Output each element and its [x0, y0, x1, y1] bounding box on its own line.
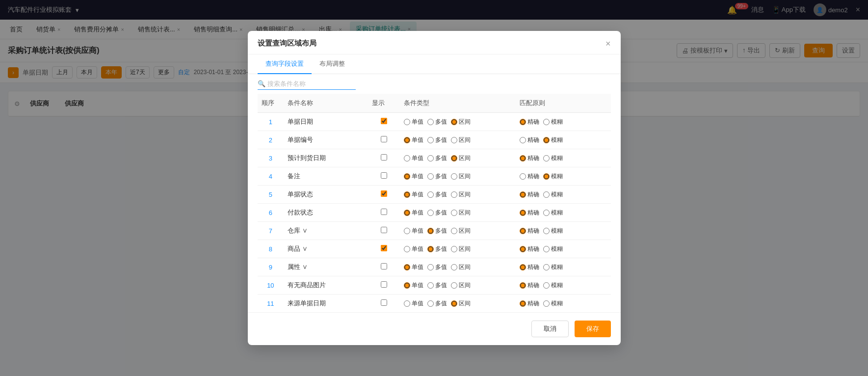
search-input[interactable] — [267, 80, 346, 87]
modal-backdrop: 设置查询区域布局 × 查询字段设置 布局调整 🔍 顺序 条件名称 显示 — [0, 0, 868, 125]
col-header-name: 条件名称 — [284, 94, 368, 113]
modal-tabs: 查询字段设置 布局调整 — [248, 54, 621, 74]
cell-display — [368, 113, 399, 125]
cell-type: 单值多值区间 — [400, 113, 516, 125]
type-radio-label-single[interactable]: 单值 — [404, 118, 423, 125]
conditions-table: 顺序 条件名称 显示 条件类型 匹配原则 1单据日期单值多值区间精确模糊2单据编… — [258, 94, 611, 125]
modal-search-area: 🔍 — [248, 74, 621, 94]
modal-close-button[interactable]: × — [605, 39, 611, 48]
modal-tab-layout[interactable]: 布局调整 — [312, 54, 353, 74]
search-box: 🔍 — [258, 80, 356, 90]
col-header-type: 条件类型 — [400, 94, 516, 113]
col-header-order: 顺序 — [258, 94, 284, 113]
type-radio-label-multi[interactable]: 多值 — [427, 118, 447, 125]
cell-match: 精确模糊 — [516, 113, 610, 125]
modal-title: 设置查询区域布局 — [258, 39, 316, 48]
settings-modal: 设置查询区域布局 × 查询字段设置 布局调整 🔍 顺序 条件名称 显示 — [248, 31, 621, 125]
type-radio-multi[interactable] — [427, 119, 434, 125]
match-radio-label-fuzzy[interactable]: 模糊 — [543, 118, 563, 125]
col-header-match: 匹配原则 — [516, 94, 610, 113]
modal-tab-query-fields[interactable]: 查询字段设置 — [258, 54, 312, 74]
modal-table-area: 顺序 条件名称 显示 条件类型 匹配原则 1单据日期单值多值区间精确模糊2单据编… — [248, 94, 621, 125]
col-header-display: 显示 — [368, 94, 399, 113]
modal-header: 设置查询区域布局 × — [248, 31, 621, 54]
type-radio-single[interactable] — [404, 119, 410, 125]
cell-name: 单据日期 — [284, 113, 368, 125]
match-radio-exact[interactable] — [520, 119, 526, 125]
match-radio-label-exact[interactable]: 精确 — [520, 118, 539, 125]
type-radio-range[interactable] — [451, 119, 457, 125]
search-icon: 🔍 — [258, 80, 265, 87]
cell-order: 1 — [258, 113, 284, 125]
match-radio-fuzzy[interactable] — [543, 119, 550, 125]
table-row: 1单据日期单值多值区间精确模糊 — [258, 113, 611, 125]
type-radio-label-range[interactable]: 区间 — [451, 118, 471, 125]
display-checkbox[interactable] — [381, 118, 387, 124]
